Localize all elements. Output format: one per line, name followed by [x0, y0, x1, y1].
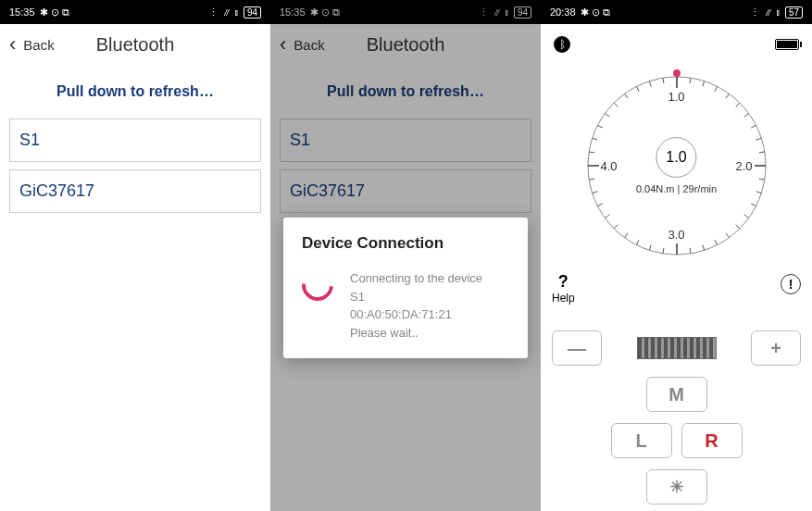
back-icon[interactable]: ‹ [9, 32, 16, 56]
svg-line-6 [690, 78, 691, 83]
svg-line-24 [690, 248, 691, 254]
svg-line-26 [662, 248, 663, 254]
svg-line-7 [702, 81, 704, 87]
right-button[interactable]: R [681, 423, 743, 458]
svg-line-11 [743, 114, 748, 118]
svg-line-39 [605, 114, 609, 118]
gauge-indicator-dot [673, 69, 681, 77]
svg-line-14 [758, 152, 764, 153]
torque-slider[interactable] [611, 330, 742, 366]
svg-line-21 [725, 233, 729, 238]
svg-line-9 [725, 93, 729, 98]
mode-button[interactable]: M [646, 377, 707, 412]
back-button[interactable]: Back [23, 37, 54, 53]
svg-line-37 [592, 138, 597, 140]
screen-bluetooth-list: 15:35✱ ⊙ ⧉ ⋮ ⫽ ⫾94 ‹ Back Bluetooth Pull… [0, 0, 270, 511]
connection-modal: Device Connection Connecting to the devi… [283, 218, 528, 358]
svg-line-36 [589, 152, 594, 153]
svg-line-29 [624, 233, 628, 238]
svg-line-12 [751, 125, 756, 128]
torque-gauge: 1.0 2.0 3.0 4.0 1.0 0.04N.m | 29r/min [584, 73, 769, 258]
svg-line-41 [624, 93, 628, 98]
svg-line-42 [636, 86, 639, 91]
nav-bar: ‹ Back Bluetooth [0, 24, 270, 65]
svg-line-19 [743, 215, 748, 218]
svg-line-32 [597, 204, 602, 206]
status-bar: 15:35✱ ⊙ ⧉ ⋮ ⫽ ⫾94 [0, 0, 270, 24]
svg-line-31 [605, 215, 609, 218]
svg-line-13 [756, 138, 761, 140]
loading-spinner-icon [295, 263, 340, 307]
gauge-subtitle: 0.04N.m | 29r/min [636, 183, 717, 194]
screen-torque-control: 20:38✱ ⊙ ⧉ ⋮ ⫽ ⫾57 ᛒ 1.0 2.0 3.0 4.0 1.0… [541, 0, 812, 511]
device-row[interactable]: S1 [9, 118, 261, 162]
bluetooth-icon: ᛒ [554, 36, 570, 53]
light-button[interactable]: ☀ [646, 469, 707, 505]
status-bar: 20:38✱ ⊙ ⧉ ⋮ ⫽ ⫾57 [541, 0, 812, 24]
svg-line-20 [735, 225, 739, 229]
device-row[interactable]: GiC37617 [9, 169, 261, 213]
svg-line-8 [714, 86, 717, 91]
modal-title: Device Connection [302, 234, 509, 253]
minus-button[interactable]: — [552, 330, 602, 366]
battery-icon [775, 39, 799, 50]
modal-message: Connecting to the device S1 00:A0:50:DA:… [350, 269, 482, 342]
svg-line-27 [649, 245, 651, 251]
pull-refresh-label: Pull down to refresh… [0, 65, 270, 118]
svg-line-34 [589, 179, 594, 180]
left-button[interactable]: L [611, 423, 672, 458]
svg-line-18 [751, 204, 756, 206]
svg-line-30 [614, 225, 618, 229]
svg-line-40 [614, 103, 618, 106]
svg-line-23 [702, 245, 704, 251]
screen-bluetooth-connecting: 15:35✱ ⊙ ⧉ ⋮ ⫽ ⫾94 ‹ Back Bluetooth Pull… [270, 0, 541, 511]
svg-line-22 [714, 240, 717, 244]
svg-line-16 [758, 179, 764, 180]
svg-line-38 [597, 125, 602, 128]
app-bar: ᛒ [541, 27, 812, 62]
svg-line-43 [649, 81, 651, 87]
warning-icon[interactable]: ! [781, 274, 801, 294]
page-title: Bluetooth [96, 34, 175, 56]
svg-line-44 [662, 78, 663, 83]
help-button[interactable]: ? Help [552, 272, 575, 305]
gauge-value: 1.0 [656, 137, 696, 178]
plus-button[interactable]: + [751, 330, 801, 366]
svg-line-28 [636, 240, 639, 244]
svg-line-10 [735, 103, 739, 106]
svg-line-17 [756, 192, 761, 193]
svg-line-33 [592, 192, 597, 193]
